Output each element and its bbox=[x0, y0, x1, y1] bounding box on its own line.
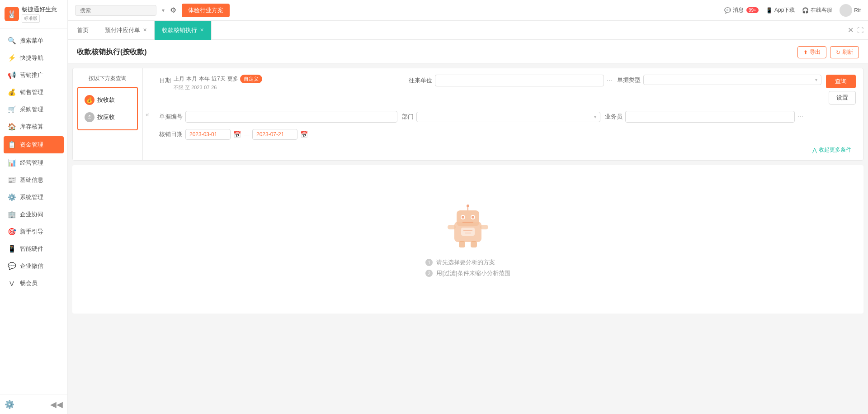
tab-close-btn[interactable]: ✕ bbox=[143, 27, 147, 33]
date-range-hint: 不限 至 2023-07-26 bbox=[174, 84, 404, 91]
staff-field: 业务员 ··· bbox=[605, 111, 803, 123]
sidebar-item-label: 快捷导航 bbox=[20, 54, 43, 62]
filter-panel: 按以下方案查询 💰 按收款 ⏱ 按应收 « bbox=[72, 68, 863, 161]
tab-prepay[interactable]: 预付冲应付单✕ bbox=[98, 21, 155, 40]
sidebar-item-purchase[interactable]: 🛒采购管理 bbox=[0, 101, 67, 118]
write-off-start-input[interactable] bbox=[185, 129, 231, 140]
page-title: 收款核销执行(按收款) bbox=[77, 48, 147, 57]
sidebar-item-guide[interactable]: 🎯新手引导 bbox=[0, 223, 67, 240]
user-item[interactable]: Rit bbox=[840, 4, 861, 17]
collapse-more-btn[interactable]: ⋀ 收起更多条件 bbox=[159, 144, 856, 158]
sidebar-item-basic[interactable]: 📰基础信息 bbox=[0, 171, 67, 189]
write-off-start-cal-icon[interactable]: 📅 bbox=[233, 131, 241, 138]
filter-row-1: 日期 上月 本月 本年 近7天 更多 自定义 不限 bbox=[159, 75, 856, 105]
query-btn[interactable]: 查询 bbox=[826, 75, 856, 88]
sidebar-item-quicknav[interactable]: ⚡快捷导航 bbox=[0, 49, 67, 67]
staff-input[interactable] bbox=[625, 111, 795, 123]
svg-rect-1 bbox=[457, 210, 479, 226]
query-option-by-receipt[interactable]: 💰 按收款 bbox=[82, 91, 133, 109]
sidebar-item-label: 新手引导 bbox=[20, 228, 43, 236]
date-opt-thisyear[interactable]: 本年 bbox=[199, 75, 210, 83]
svg-rect-12 bbox=[471, 241, 477, 247]
svg-rect-11 bbox=[459, 241, 465, 247]
setting-btn[interactable]: 设置 bbox=[829, 91, 856, 105]
sidebar-bottom: ⚙️ ◀◀ bbox=[0, 395, 67, 414]
svg-rect-9 bbox=[448, 225, 456, 229]
filter-left-title: 按以下方案查询 bbox=[77, 75, 138, 82]
svg-point-8 bbox=[467, 205, 469, 207]
sidebar-item-business[interactable]: 📊经营管理 bbox=[0, 154, 67, 171]
service-icon: 🎧 bbox=[802, 7, 809, 14]
tab-receipt[interactable]: 收款核销执行✕ bbox=[155, 21, 212, 40]
dept-select[interactable]: ▾ bbox=[416, 112, 600, 122]
sidebar-item-label: 资金管理 bbox=[20, 141, 43, 149]
logo: 🐰 畅捷通好生意 标准版 bbox=[0, 0, 67, 29]
topbar-gear-icon[interactable]: ⚙ bbox=[170, 6, 176, 14]
sidebar-item-inventory[interactable]: 🏠库存核算 bbox=[0, 118, 67, 135]
write-off-end-cal-icon[interactable]: 📅 bbox=[300, 131, 308, 138]
topbar-chevron-icon[interactable]: ▾ bbox=[162, 7, 165, 14]
app-icon: 📱 bbox=[766, 7, 773, 14]
export-btn[interactable]: ⬆ 导出 bbox=[797, 46, 826, 58]
sidebar-item-member[interactable]: V畅会员 bbox=[0, 275, 67, 292]
filter-left: 按以下方案查询 💰 按收款 ⏱ 按应收 bbox=[73, 68, 143, 160]
sidebar-item-finance[interactable]: 📋资金管理 bbox=[4, 136, 64, 153]
tab-close-btn[interactable]: ✕ bbox=[200, 27, 204, 33]
member-icon: V bbox=[7, 280, 16, 287]
sidebar-item-hardware[interactable]: 📱智能硬件 bbox=[0, 240, 67, 257]
empty-hint-1: 1 请先选择要分析的方案 bbox=[425, 258, 510, 266]
purchase-icon: 🛒 bbox=[7, 105, 16, 114]
staff-label: 业务员 bbox=[605, 113, 623, 121]
app-download-item[interactable]: 📱 App下载 bbox=[766, 6, 795, 14]
collapse-icon[interactable]: ◀◀ bbox=[50, 400, 63, 409]
query-action-col: 查询 设置 bbox=[826, 75, 856, 105]
online-service-item[interactable]: 🎧 在线客服 bbox=[802, 6, 832, 14]
topbar-right: 💬 消息 99+ 📱 App下载 🎧 在线客服 Rit bbox=[724, 4, 861, 17]
sidebar-item-sales[interactable]: 💰销售管理 bbox=[0, 84, 67, 101]
filter-form: 日期 上月 本月 本年 近7天 更多 自定义 不限 bbox=[152, 68, 863, 160]
empty-state: 1 请先选择要分析的方案 2 用[过滤]条件来缩小分析范围 bbox=[72, 165, 863, 314]
empty-hints: 1 请先选择要分析的方案 2 用[过滤]条件来缩小分析范围 bbox=[425, 258, 510, 277]
voucher-type-select[interactable]: ▾ bbox=[643, 75, 821, 85]
sidebar-item-corp[interactable]: 🏢企业协同 bbox=[0, 206, 67, 223]
inventory-icon: 🏠 bbox=[7, 123, 16, 131]
quicknav-icon: ⚡ bbox=[7, 54, 16, 62]
counterpart-ellipsis-icon[interactable]: ··· bbox=[607, 76, 613, 85]
tab-home[interactable]: 首页 bbox=[68, 21, 98, 40]
write-off-end-input[interactable] bbox=[252, 129, 297, 140]
content-area: 收款核销执行(按收款) ⬆ 导出 ↻ 刷新 按以下方案查询 💰 bbox=[68, 40, 868, 414]
message-item[interactable]: 💬 消息 99+ bbox=[724, 6, 759, 14]
sidebar-item-search[interactable]: 🔍搜索菜单 bbox=[0, 32, 67, 49]
hardware-icon: 📱 bbox=[7, 245, 16, 253]
sidebar-item-marketing[interactable]: 📢营销推广 bbox=[0, 67, 67, 84]
sidebar-item-label: 采购管理 bbox=[20, 105, 43, 114]
tabbar-right: ✕ ⛶ bbox=[848, 26, 868, 34]
query-option-by-receivable[interactable]: ⏱ 按应收 bbox=[82, 109, 133, 126]
voucher-no-input[interactable] bbox=[185, 111, 397, 123]
date-custom-badge[interactable]: 自定义 bbox=[240, 75, 262, 83]
date-opt-7days[interactable]: 近7天 bbox=[212, 75, 226, 83]
date-opt-thismonth[interactable]: 本月 bbox=[186, 75, 197, 83]
counterpart-input[interactable] bbox=[435, 75, 604, 86]
refresh-btn[interactable]: ↻ 刷新 bbox=[830, 46, 859, 58]
svg-point-4 bbox=[462, 216, 464, 219]
sidebar-item-label: 企业协同 bbox=[20, 210, 43, 219]
svg-rect-13 bbox=[461, 228, 475, 236]
date-opt-more[interactable]: 更多 bbox=[227, 75, 238, 83]
tab-close-all-icon[interactable]: ✕ bbox=[848, 26, 854, 34]
query-options-box: 💰 按收款 ⏱ 按应收 bbox=[77, 87, 138, 130]
main-area: ▾ ⚙ 体验行业方案 💬 消息 99+ 📱 App下载 🎧 在线客服 Rit bbox=[68, 0, 868, 414]
solution-btn[interactable]: 体验行业方案 bbox=[182, 4, 230, 17]
business-icon: 📊 bbox=[7, 159, 16, 167]
logo-text: 畅捷通好生意 标准版 bbox=[22, 5, 57, 23]
date-options-wrap: 上月 本月 本年 近7天 更多 自定义 不限 至 2023-07-26 bbox=[174, 75, 404, 91]
filter-collapse-btn[interactable]: « bbox=[143, 68, 152, 160]
page-actions: ⬆ 导出 ↻ 刷新 bbox=[797, 46, 859, 58]
sidebar-item-system[interactable]: ⚙️系统管理 bbox=[0, 189, 67, 206]
staff-ellipsis-icon[interactable]: ··· bbox=[797, 113, 803, 121]
settings-icon[interactable]: ⚙️ bbox=[5, 400, 14, 409]
tab-expand-icon[interactable]: ⛶ bbox=[857, 27, 863, 34]
sidebar-item-weixin[interactable]: 💬企业微信 bbox=[0, 257, 67, 275]
topbar-search-input[interactable] bbox=[75, 5, 156, 16]
date-opt-lastmonth[interactable]: 上月 bbox=[174, 75, 184, 83]
